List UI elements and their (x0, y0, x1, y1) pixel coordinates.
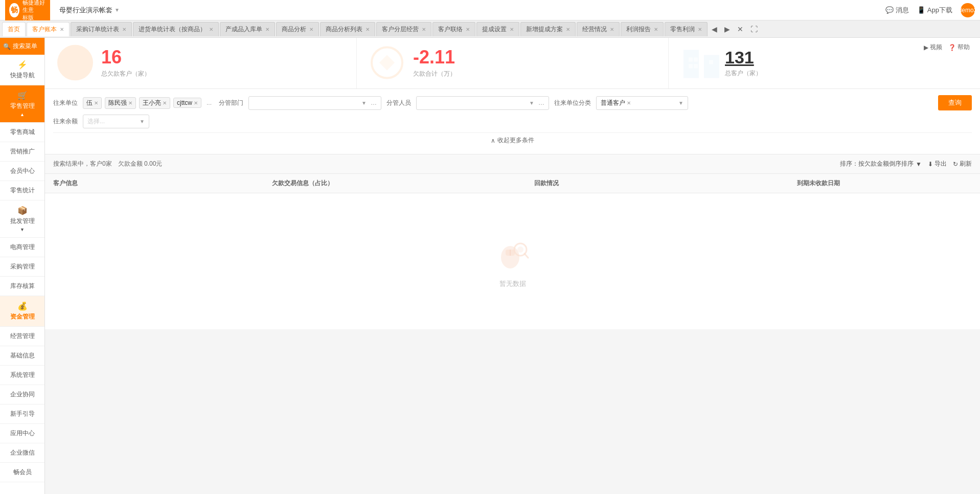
tab-production-in-close[interactable]: ✕ (265, 27, 269, 32)
tab-customer-contact-close[interactable]: ✕ (466, 27, 470, 32)
tab-customer-layer-close[interactable]: ✕ (422, 27, 426, 32)
sidebar-item-enterprise-wechat[interactable]: 企业微信 (0, 443, 44, 463)
tab-goods-stats-close[interactable]: ✕ (209, 27, 213, 32)
tab-product-analysis[interactable]: 商品分析 ✕ (276, 22, 319, 36)
message-icon: 💬 (885, 6, 894, 14)
tab-customer-layer[interactable]: 客户分层经营 ✕ (376, 22, 431, 36)
help-btn[interactable]: ❓ 帮助 (948, 43, 970, 52)
filter-tag-chen[interactable]: 陈民强 ✕ (105, 97, 136, 109)
dept-select-arrow: ▼ (361, 100, 367, 106)
sidebar-item-sys-mgmt[interactable]: 系统管理 (0, 366, 44, 385)
svg-rect-3 (683, 50, 699, 78)
export-btn[interactable]: ⬇ 导出 (928, 160, 947, 168)
refresh-btn[interactable]: ↻ 刷新 (953, 160, 972, 168)
sidebar-item-member-center[interactable]: 会员中心 (0, 162, 44, 181)
filter-tag-wu[interactable]: 伍 ✕ (83, 97, 102, 109)
filter-tag-cjttcw[interactable]: cjttcw ✕ (173, 98, 201, 108)
empty-state-icon (492, 234, 533, 275)
filter-tag-normal-close[interactable]: ✕ (627, 100, 631, 106)
tab-close-all[interactable]: ✕ (734, 25, 746, 33)
filter-tag-wang[interactable]: 王小亮 ✕ (139, 97, 170, 109)
sidebar-item-vip-member[interactable]: 畅会员 (0, 463, 44, 482)
batch-mgmt-arrow: ▼ (20, 227, 25, 232)
tab-purchase-order-stats[interactable]: 采购订单统计表 ✕ (71, 22, 132, 36)
tab-customer-ledger[interactable]: 客户账本 ✕ (27, 22, 70, 36)
tab-production-in[interactable]: 产成品入库单 ✕ (220, 22, 275, 36)
tab-nav-left[interactable]: ◀ (709, 25, 720, 33)
sidebar-item-ecommerce[interactable]: 电商管理 (0, 238, 44, 257)
collapse-more-btn[interactable]: ∧ 收起更多条件 (53, 132, 972, 148)
avatar[interactable]: demo2 (961, 3, 975, 17)
filter-area: 往来单位 伍 ✕ 陈民强 ✕ 王小亮 ✕ cjttcw (45, 89, 980, 154)
store-selector[interactable]: 母婴行业演示帐套 ▼ (55, 0, 124, 20)
query-button[interactable]: 查询 (938, 95, 972, 110)
refresh-icon: ↻ (953, 161, 958, 168)
sidebar-item-enterprise[interactable]: 企业协同 (0, 385, 44, 405)
svg-rect-9 (694, 64, 698, 68)
tab-customer-contact-label: 客户联络 (438, 25, 463, 34)
sidebar-item-app-center[interactable]: 应用中心 (0, 424, 44, 443)
tab-commission-settings[interactable]: 提成设置 ✕ (476, 22, 519, 36)
sidebar-item-ops-mgmt[interactable]: 经营管理 (0, 327, 44, 346)
tab-profit-report-close[interactable]: ✕ (654, 27, 658, 32)
tab-purchase-order-close[interactable]: ✕ (122, 27, 126, 32)
tab-commission-settings-close[interactable]: ✕ (510, 27, 514, 32)
filter-tag-wang-close[interactable]: ✕ (163, 100, 167, 106)
filter-balance-select[interactable]: 选择... ▼ (83, 115, 149, 128)
sidebar-item-new-guide[interactable]: 新手引导 (0, 405, 44, 424)
filter-tag-normal-customer[interactable]: 普通客户 ✕ (601, 99, 631, 107)
sidebar-item-retail-mgmt[interactable]: 🛒 零售管理 ▲ (0, 85, 44, 123)
video-help-btn[interactable]: ▶ 视频 (924, 43, 942, 52)
logo-area: 畅 畅捷通好生意 标版 (5, 0, 50, 20)
tab-nav-right[interactable]: ▶ (721, 25, 733, 33)
dept-more-icon[interactable]: … (371, 99, 377, 106)
sidebar-item-retail-stats[interactable]: 零售统计 (0, 181, 44, 200)
tab-product-analysis-close[interactable]: ✕ (309, 27, 313, 32)
person-more-icon[interactable]: … (538, 99, 544, 106)
sidebar-item-quick-nav[interactable]: ⚡ 快捷导航 (0, 55, 44, 85)
tab-add-commission-close[interactable]: ✕ (566, 27, 570, 32)
filter-person-label: 分管人员 (386, 99, 411, 107)
filter-person-select[interactable]: ▼ … (416, 96, 549, 110)
sidebar-item-marketing[interactable]: 营销推广 (0, 142, 44, 162)
filter-dept-select[interactable]: ▼ … (248, 96, 381, 110)
tab-ops-situation-close[interactable]: ✕ (610, 27, 614, 32)
sidebar-item-retail-mall[interactable]: 零售商城 (0, 123, 44, 142)
filter-classify-select[interactable]: 普通客户 ✕ ▼ (596, 96, 688, 110)
sidebar-item-batch-mgmt[interactable]: 📦 批发管理 ▼ (0, 200, 44, 238)
tab-goods-stats[interactable]: 进货单统计表（按商品） ✕ (133, 22, 219, 36)
tab-product-analysis-list[interactable]: 商品分析列表 ✕ (320, 22, 375, 36)
tab-add-commission[interactable]: 新增提成方案 ✕ (520, 22, 576, 36)
tab-product-analysis-list-label: 商品分析列表 (326, 25, 362, 34)
sort-select[interactable]: 排序：按欠款金额倒序排序 ▼ (840, 160, 922, 168)
tab-profit-report-label: 利润报告 (626, 25, 651, 34)
empty-state-text: 暂无数据 (499, 279, 526, 288)
filter-tag-wu-close[interactable]: ✕ (94, 100, 98, 106)
table-header: 客户信息 欠款交易信息（占比） 回款情况 到期未收款日期 (45, 174, 980, 193)
stat-debtors-info: 16 总欠款客户（家） (101, 48, 150, 78)
tab-retail-profit-close[interactable]: ✕ (698, 27, 702, 32)
tab-fullscreen[interactable]: ⛶ (747, 25, 761, 33)
filter-tag-cjttcw-close[interactable]: ✕ (194, 100, 198, 106)
message-btn[interactable]: 💬 消息 (885, 6, 909, 15)
sidebar-item-basic-info[interactable]: 基础信息 (0, 346, 44, 366)
sidebar-item-inventory[interactable]: 库存核算 (0, 277, 44, 296)
enterprise-wechat-label: 企业微信 (10, 448, 35, 457)
tab-ops-situation[interactable]: 经营情况 ✕ (577, 22, 620, 36)
tab-retail-profit[interactable]: 零售利润 ✕ (665, 22, 708, 36)
sidebar-item-purchase-mgmt[interactable]: 采购管理 (0, 257, 44, 277)
tab-home[interactable]: 首页 (2, 22, 26, 36)
filter-tags-more-btn[interactable]: ... (204, 98, 214, 107)
sidebar-search-btn[interactable]: 🔍 搜索菜单 (0, 38, 44, 55)
tab-profit-report[interactable]: 利润报告 ✕ (621, 22, 664, 36)
filter-tag-chen-close[interactable]: ✕ (128, 100, 132, 106)
tab-customer-ledger-close[interactable]: ✕ (60, 27, 64, 32)
finance-label: 资金管理 (10, 312, 35, 321)
app-download-btn[interactable]: 📱 App下载 (917, 6, 952, 15)
tab-customer-contact[interactable]: 客户联络 ✕ (432, 22, 475, 36)
stat-card-debt: -2.11 欠款合计（万） (357, 38, 669, 88)
tab-product-analysis-list-close[interactable]: ✕ (366, 27, 370, 32)
col-header-customer: 客户信息 (53, 179, 272, 188)
sidebar-item-finance[interactable]: 💰 资金管理 (0, 296, 44, 327)
sidebar: 🔍 搜索菜单 ⚡ 快捷导航 🛒 零售管理 ▲ 零售商城 营销推广 会员中心 零售… (0, 38, 45, 494)
